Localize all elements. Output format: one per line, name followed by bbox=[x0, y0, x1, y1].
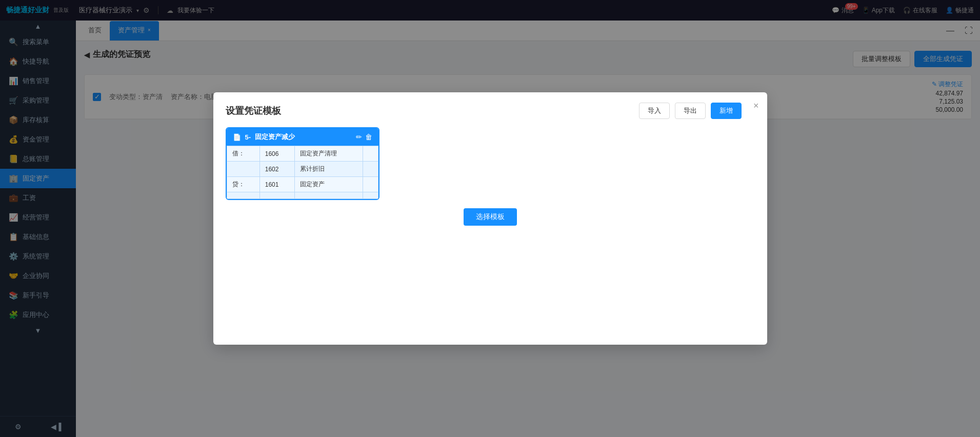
template-card-actions: ✏ 🗑 bbox=[356, 133, 372, 141]
entry-direction bbox=[227, 162, 259, 177]
template-delete-button[interactable]: 🗑 bbox=[365, 133, 372, 141]
template-entries-table: 借： 1606 固定资产清理 1602 累计折旧 贷： bbox=[227, 146, 378, 199]
entry-code bbox=[259, 192, 294, 199]
modal-body: 📄 5-固定资产减少 ✏ 🗑 借： 1606 固定资产清理 bbox=[226, 127, 755, 332]
template-doc-icon: 📄 bbox=[233, 133, 241, 141]
template-entry-row: 1602 累计折旧 bbox=[227, 162, 378, 177]
entry-direction: 贷： bbox=[227, 177, 259, 192]
entry-direction bbox=[227, 192, 259, 199]
entry-direction: 借： bbox=[227, 146, 259, 162]
entry-account: 固定资产清理 bbox=[294, 146, 363, 162]
modal-toolbar: 导入 导出 新增 bbox=[639, 103, 742, 119]
template-card: 📄 5-固定资产减少 ✏ 🗑 借： 1606 固定资产清理 bbox=[226, 127, 379, 200]
entry-col4 bbox=[363, 162, 378, 177]
new-button[interactable]: 新增 bbox=[711, 103, 742, 119]
template-entry-row bbox=[227, 192, 378, 199]
template-id: 5- bbox=[245, 133, 251, 141]
entry-account bbox=[294, 192, 363, 199]
select-template-button[interactable]: 选择模板 bbox=[464, 208, 517, 226]
entry-col4 bbox=[363, 177, 378, 192]
entry-code: 1602 bbox=[259, 162, 294, 177]
template-card-title: 📄 5-固定资产减少 bbox=[233, 132, 295, 142]
import-button[interactable]: 导入 bbox=[639, 103, 670, 119]
entry-col4 bbox=[363, 192, 378, 199]
entry-code: 1606 bbox=[259, 146, 294, 162]
entry-account: 固定资产 bbox=[294, 177, 363, 192]
template-card-header: 📄 5-固定资产减少 ✏ 🗑 bbox=[227, 128, 378, 146]
template-entry-row: 贷： 1601 固定资产 bbox=[227, 177, 378, 192]
template-name: 固定资产减少 bbox=[255, 132, 295, 142]
entry-code: 1601 bbox=[259, 177, 294, 192]
template-entry-row: 借： 1606 固定资产清理 bbox=[227, 146, 378, 162]
template-edit-button[interactable]: ✏ bbox=[356, 133, 362, 141]
modal-set-template: × 设置凭证模板 导入 导出 新增 📄 5-固定资产减少 ✏ 🗑 bbox=[213, 92, 767, 345]
entry-col4 bbox=[363, 146, 378, 162]
entry-account: 累计折旧 bbox=[294, 162, 363, 177]
export-button[interactable]: 导出 bbox=[675, 103, 706, 119]
modal-close-button[interactable]: × bbox=[753, 101, 759, 111]
modal-overlay[interactable]: × 设置凭证模板 导入 导出 新增 📄 5-固定资产减少 ✏ 🗑 bbox=[0, 0, 980, 437]
